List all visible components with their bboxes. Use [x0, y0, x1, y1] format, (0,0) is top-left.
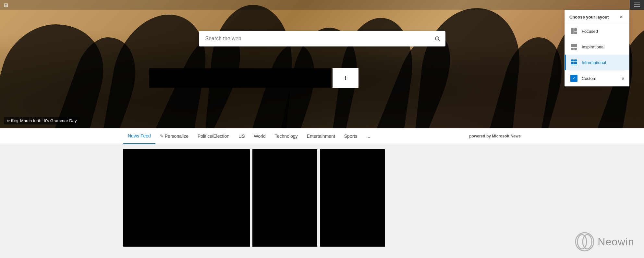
svg-rect-8	[571, 44, 577, 47]
add-content-button[interactable]: +	[333, 68, 358, 88]
tab-more[interactable]: ...	[362, 128, 375, 144]
custom-left: Custom	[569, 74, 596, 83]
tab-politics[interactable]: Politics/Election	[193, 128, 234, 144]
layout-option-informational[interactable]: Informational	[565, 55, 629, 70]
informational-label: Informational	[582, 60, 606, 65]
layout-panel: Choose your layout ✕ Focused Inspiration…	[565, 10, 629, 86]
hamburger-line-1	[634, 3, 640, 3]
neowin-text: Neowin	[598, 236, 634, 248]
svg-rect-9	[571, 48, 574, 50]
hero-section: ⊞ + ⊳ Bing March forth! It's Grammar Day	[0, 0, 644, 128]
hamburger-line-2	[634, 5, 640, 5]
custom-check-icon	[570, 75, 577, 82]
content-bar	[149, 68, 331, 88]
svg-line-1	[438, 40, 440, 41]
svg-rect-11	[571, 59, 574, 61]
search-button[interactable]	[429, 31, 445, 46]
news-card-1[interactable]	[123, 149, 250, 247]
focused-layout-icon	[569, 27, 578, 36]
news-card-2[interactable]	[252, 149, 317, 247]
focused-label: Focused	[582, 29, 598, 34]
hamburger-button[interactable]	[630, 0, 644, 10]
search-container	[199, 31, 445, 46]
svg-rect-14	[574, 62, 577, 64]
hamburger-line-3	[634, 6, 640, 7]
news-section: News Feed ✎ Personalize Politics/Electio…	[0, 128, 644, 258]
bing-logo: ⊳ Bing	[7, 119, 18, 123]
custom-chevron-icon: ∧	[622, 76, 625, 81]
caption-text: March forth! It's Grammar Day	[20, 118, 77, 123]
inspirational-label: Inspirational	[582, 45, 604, 49]
news-cards	[0, 144, 644, 252]
svg-rect-15	[571, 65, 574, 65]
svg-rect-5	[571, 28, 574, 34]
custom-layout-icon	[569, 74, 578, 83]
neowin-watermark: Neowin	[575, 232, 634, 252]
svg-rect-12	[574, 59, 577, 61]
news-tabs-bar: News Feed ✎ Personalize Politics/Electio…	[0, 128, 644, 144]
layout-option-inspirational[interactable]: Inspirational	[565, 39, 629, 55]
custom-label: Custom	[582, 76, 596, 81]
svg-point-3	[577, 235, 587, 249]
svg-point-0	[435, 37, 439, 40]
powered-by: powered by Microsoft News	[469, 134, 521, 138]
svg-rect-6	[574, 28, 577, 31]
tab-world[interactable]: World	[249, 128, 270, 144]
informational-layout-icon	[569, 58, 578, 67]
pencil-icon: ✎	[160, 134, 164, 138]
panel-title: Choose your layout	[569, 15, 609, 19]
neowin-logo	[575, 232, 594, 252]
inspirational-layout-icon	[569, 42, 578, 51]
tab-us[interactable]: US	[234, 128, 249, 144]
panel-close-button[interactable]: ✕	[618, 14, 625, 20]
layout-option-custom[interactable]: Custom ∧	[565, 71, 629, 86]
svg-point-4	[583, 235, 592, 249]
tab-technology[interactable]: Technology	[270, 128, 302, 144]
grid-icon[interactable]: ⊞	[4, 2, 8, 8]
news-card-3[interactable]	[320, 149, 385, 247]
tab-sports[interactable]: Sports	[340, 128, 362, 144]
top-bar: ⊞	[0, 0, 644, 10]
tab-news-feed[interactable]: News Feed	[123, 128, 155, 144]
svg-rect-13	[571, 62, 574, 64]
panel-header: Choose your layout ✕	[565, 10, 629, 23]
bing-caption: ⊳ Bing March forth! It's Grammar Day	[4, 117, 80, 124]
tab-entertainment[interactable]: Entertainment	[302, 128, 340, 144]
layout-option-focused[interactable]: Focused	[565, 23, 629, 39]
svg-rect-10	[574, 48, 577, 50]
svg-rect-7	[574, 32, 577, 34]
svg-rect-16	[574, 65, 577, 65]
search-input[interactable]	[199, 31, 445, 46]
tab-personalize[interactable]: ✎ Personalize	[155, 128, 193, 144]
